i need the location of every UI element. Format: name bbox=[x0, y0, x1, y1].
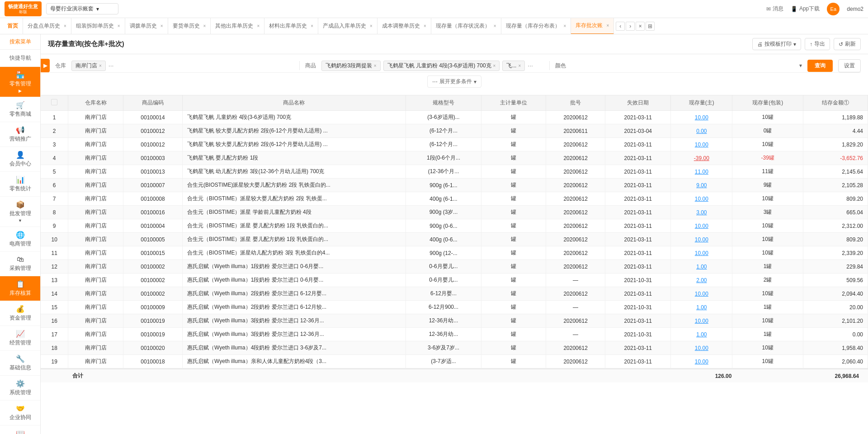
sidebar: 搜索菜单 快捷导航 🏪 零售管理 ▶ 🛒 零售商城 📢 营销推广 👤 会员中心 … bbox=[0, 34, 41, 434]
row-qty-main[interactable]: 10.00 bbox=[671, 287, 732, 301]
row-qty-main[interactable]: 10.00 bbox=[671, 219, 732, 233]
row-no: 17 bbox=[41, 328, 68, 341]
sidebar-item-ecommerce-mgmt[interactable]: 🌐 电商管理 bbox=[0, 227, 40, 252]
row-no: 8 bbox=[41, 206, 68, 219]
tab-4[interactable]: 要货单历史 × bbox=[168, 18, 211, 34]
row-qty-pkg: 10罐 bbox=[732, 111, 803, 124]
row-qty-main[interactable]: 0.00 bbox=[671, 124, 732, 138]
sidebar-item-retail-shop[interactable]: 🛒 零售商城 bbox=[0, 97, 40, 122]
sidebar-item-finance-mgmt[interactable]: 💰 资金管理 bbox=[0, 301, 40, 326]
row-qty-main[interactable]: 10.00 bbox=[671, 192, 732, 206]
row-qty-main[interactable]: 10.00 bbox=[671, 355, 732, 368]
tab-2[interactable]: 组装拆卸单历史 × bbox=[71, 18, 125, 34]
row-qty-main[interactable]: 1.00 bbox=[671, 328, 732, 341]
tab-3[interactable]: 调拨单历史 × bbox=[125, 18, 168, 34]
row-qty-main[interactable]: 10.00 bbox=[671, 246, 732, 260]
export-btn[interactable]: ↑ 导出 bbox=[805, 38, 830, 50]
template-print-btn[interactable]: 🖨 按模板打印 ▾ bbox=[752, 38, 801, 50]
row-qty-main[interactable]: 1.00 bbox=[671, 301, 732, 314]
sidebar-search-label[interactable]: 搜索菜单 bbox=[3, 38, 38, 46]
sidebar-item-enterprise[interactable]: 🤝 企业协同 bbox=[0, 401, 40, 425]
tab-10[interactable]: 现存量（库存分布表） × bbox=[501, 18, 571, 34]
product-tag-2-close[interactable]: × bbox=[493, 63, 496, 68]
tab-5[interactable]: 其他出库单历史 × bbox=[211, 18, 264, 34]
tab-9-close[interactable]: × bbox=[494, 24, 496, 28]
tab-3-close[interactable]: × bbox=[160, 24, 163, 28]
row-qty-main[interactable]: 3.00 bbox=[671, 206, 732, 219]
tab-4-close[interactable]: × bbox=[203, 24, 206, 28]
tab-11-close[interactable]: × bbox=[606, 23, 609, 28]
sidebar-item-purchase-mgmt[interactable]: 🛍 采购管理 bbox=[0, 252, 40, 276]
row-qty-main[interactable]: 9.00 bbox=[671, 179, 732, 192]
message-btn[interactable]: ✉ 消息 bbox=[766, 5, 783, 13]
sidebar-nav-label[interactable]: 快捷导航 bbox=[0, 52, 40, 64]
inventory-table: 仓库名称 商品编码 商品名称 规格型号 主计量单位 批号 失效日期 现存量(主)… bbox=[41, 95, 868, 368]
chevron-down-icon: ▾ bbox=[793, 41, 796, 47]
row-qty-main[interactable]: 10.00 bbox=[671, 138, 732, 151]
tab-6[interactable]: 材料出库单历史 × bbox=[264, 18, 318, 34]
product-tag-1[interactable]: 飞鹤奶粉3段两提装 × bbox=[321, 61, 381, 71]
row-qty-main[interactable]: 1.00 bbox=[671, 260, 732, 274]
sidebar-item-marketing[interactable]: 📢 营销推广 bbox=[0, 122, 40, 147]
row-qty-main[interactable]: -39.00 bbox=[671, 151, 732, 165]
row-unit: 罐 bbox=[481, 233, 546, 246]
sidebar-expand-btn[interactable]: ▶ bbox=[41, 59, 50, 72]
tab-next-arrow[interactable]: › bbox=[626, 22, 635, 31]
tab-6-close[interactable]: × bbox=[311, 24, 313, 28]
sidebar-item-inventory-check[interactable]: 📋 库存核算 bbox=[0, 276, 40, 301]
sidebar-item-wholesale-mgmt[interactable]: 📦 批发管理 ▼ bbox=[0, 197, 40, 227]
product-tag-3-close[interactable]: × bbox=[518, 63, 521, 68]
warehouse-tag-1[interactable]: 南岸门店 × bbox=[71, 61, 106, 71]
sidebar-item-retail-stats[interactable]: 📊 零售统计 bbox=[0, 172, 40, 197]
tab-8[interactable]: 成本调整单历史 × bbox=[377, 18, 431, 34]
product-tag-2[interactable]: 飞鹤星飞帆 儿童奶粉 4段(3-6岁适用) 700克 × bbox=[383, 61, 500, 71]
product-filter-more[interactable]: ··· bbox=[528, 62, 533, 69]
row-qty-main[interactable]: 10.00 bbox=[671, 233, 732, 246]
product-tag-3[interactable]: 飞... × bbox=[502, 61, 525, 71]
tab-close-all[interactable]: × bbox=[636, 22, 645, 31]
sidebar-item-retail-mgmt[interactable]: 🏪 零售管理 ▶ bbox=[0, 67, 40, 97]
tab-menu[interactable]: ⊞ bbox=[646, 22, 655, 31]
tab-7[interactable]: 产成品入库单历史 × bbox=[318, 18, 377, 34]
tab-prev-arrow[interactable]: ‹ bbox=[616, 22, 625, 31]
tab-2-close[interactable]: × bbox=[118, 24, 120, 28]
tab-11[interactable]: 库存批次账 × bbox=[571, 18, 614, 34]
tab-7-close[interactable]: × bbox=[370, 24, 373, 28]
row-qty-main[interactable]: 10.00 bbox=[671, 111, 732, 124]
table-row: 15 南岸门店 00100009 惠氏启赋（Wyeth illuma）2段奶粉 … bbox=[41, 301, 868, 314]
refresh-btn[interactable]: ↺ 刷新 bbox=[834, 38, 861, 50]
query-btn[interactable]: 查询 bbox=[807, 60, 833, 72]
tab-10-close[interactable]: × bbox=[564, 24, 566, 28]
expand-conditions-btn[interactable]: ⋯ 展开更多条件 ▾ bbox=[427, 75, 481, 88]
tab-1[interactable]: 分盘点单历史 × bbox=[23, 18, 71, 34]
tab-1-close[interactable]: × bbox=[64, 24, 66, 28]
tab-home[interactable]: 首页 bbox=[3, 18, 23, 34]
product-tag-1-close[interactable]: × bbox=[374, 63, 377, 68]
warehouse-tag-1-text: 南岸门店 bbox=[75, 62, 97, 70]
avatar[interactable]: Ea bbox=[827, 3, 840, 15]
color-filter-arrow[interactable]: ▾ bbox=[799, 62, 802, 69]
warehouse-tag-1-close[interactable]: × bbox=[99, 63, 102, 68]
tab-5-close[interactable]: × bbox=[257, 24, 259, 28]
sidebar-item-basic-info[interactable]: 🔧 基础信息 bbox=[0, 351, 40, 376]
row-qty-main[interactable]: 10.00 bbox=[671, 314, 732, 328]
sidebar-item-ops-mgmt[interactable]: 📈 经营管理 bbox=[0, 326, 40, 351]
row-qty-main[interactable]: 2.00 bbox=[671, 274, 732, 287]
sidebar-item-member-center[interactable]: 👤 会员中心 bbox=[0, 147, 40, 172]
sidebar-item-system-mgmt[interactable]: ⚙️ 系统管理 bbox=[0, 376, 40, 401]
tab-9[interactable]: 现存量（库存状况表） × bbox=[431, 18, 501, 34]
row-qty-main[interactable]: 11.00 bbox=[671, 165, 732, 179]
store-selector[interactable]: 母婴行业演示账套 ▾ bbox=[46, 3, 118, 14]
finance-mgmt-icon: 💰 bbox=[16, 305, 25, 313]
sidebar-item-new-guide[interactable]: 📖 新手引导 bbox=[0, 425, 40, 434]
row-amount: 1,189.88 bbox=[803, 111, 868, 124]
table-row: 16 南岸门店 00100019 惠氏启赋（Wyeth illuma）3段奶粉 … bbox=[41, 314, 868, 328]
row-qty-main[interactable]: 10.00 bbox=[671, 341, 732, 355]
row-spec: 0-6月婴儿... bbox=[406, 274, 481, 287]
select-all-checkbox[interactable] bbox=[51, 99, 57, 105]
tab-8-close[interactable]: × bbox=[424, 24, 426, 28]
chevron-right-icon: ▶ bbox=[19, 89, 22, 93]
app-download-btn[interactable]: 📱 App下载 bbox=[791, 5, 820, 13]
settings-btn[interactable]: 设置 bbox=[838, 59, 861, 72]
filter-more-btn[interactable]: ··· bbox=[108, 62, 114, 69]
